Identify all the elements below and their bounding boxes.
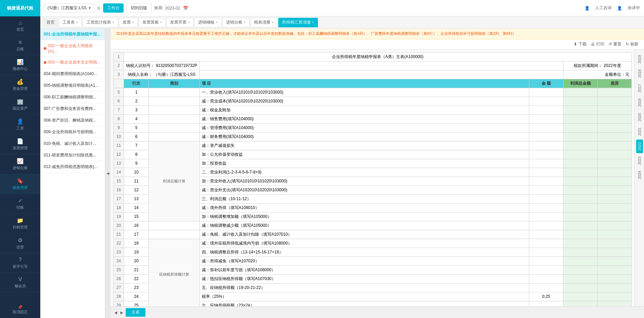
cell-e-27[interactable] — [563, 283, 598, 292]
cell-f-25[interactable] — [598, 265, 632, 274]
work-desk-button[interactable]: 工作台 — [103, 3, 124, 13]
reset-button[interactable]: ↺ 重置 — [608, 41, 621, 47]
cell-c-12[interactable]: 加：公允价值变动收益 — [199, 150, 529, 159]
cell-e-14[interactable] — [563, 168, 598, 177]
sidebar-item-sales[interactable]: 📈 进销台账 — [0, 154, 40, 174]
cell-d-11[interactable] — [529, 141, 563, 150]
collapse-toggle[interactable]: ◀ — [105, 29, 111, 318]
cell-e-11[interactable] — [563, 141, 598, 150]
cell-e-23[interactable] — [563, 248, 598, 257]
year-2017[interactable]: 2017 — [636, 81, 643, 95]
sidebar-item-home[interactable]: ⌂ 首页 — [0, 16, 40, 36]
cell-f-10[interactable] — [598, 132, 632, 141]
left-panel-item-004[interactable]: 004-期间费用明细表(A1040... — [40, 68, 105, 80]
sheet-nav-right[interactable]: ► — [120, 310, 124, 315]
cell-e-24[interactable] — [563, 257, 598, 265]
cell-d-10[interactable] — [529, 132, 563, 141]
year-2019[interactable]: 2019 — [636, 52, 643, 66]
cell-e-25[interactable] — [563, 265, 598, 274]
tab-close-invoice-open[interactable]: × — [188, 20, 190, 24]
cell-d-21[interactable] — [529, 230, 563, 239]
tab-payroll[interactable]: 工资表 × — [59, 18, 82, 27]
left-panel-item-006[interactable]: 006-职工薪酬纳税调整明细... — [40, 92, 105, 103]
cell-f-13[interactable] — [598, 159, 632, 168]
cell-e-29[interactable] — [563, 301, 598, 306]
cell-c-9[interactable]: 减：管理费用(填写A104000) — [199, 123, 529, 132]
cell-c-21[interactable]: 减：免税、减计收入及加计扣除（填写A107010） — [199, 230, 529, 239]
tab-close-tax-clear[interactable]: × — [272, 20, 274, 24]
print-button[interactable]: 🖨 打印 — [591, 41, 604, 47]
cell-b-7[interactable] — [149, 106, 199, 114]
cell-d-23[interactable] — [529, 248, 563, 257]
cell-f-19[interactable] — [598, 212, 632, 221]
cell-c-8[interactable]: 减：销售费用(填写A104000) — [199, 114, 529, 123]
sidebar-item-general-ledger[interactable]: ≡ 总账 — [0, 36, 40, 55]
tab-sales-check[interactable]: 进销稽核 × — [194, 18, 222, 27]
user-name[interactable]: 徐译华 — [628, 5, 640, 11]
year-2022[interactable]: 2022 — [636, 139, 643, 153]
cell-e-10[interactable] — [563, 132, 598, 141]
sidebar-item-invoice-mgmt[interactable]: 📄 发票管理 — [0, 135, 40, 154]
tab-invoice[interactable]: 发票 × — [119, 18, 138, 27]
left-panel-item-001[interactable]: 001-企业所得税年度纳税申报... — [40, 29, 105, 40]
left-panel-item-003[interactable]: 003-一般企业成本支出明细... — [40, 57, 105, 68]
sidebar-item-member[interactable]: V 畅会员 — [0, 273, 40, 292]
cell-d-6[interactable] — [529, 97, 563, 106]
cell-d-7[interactable] — [529, 106, 563, 114]
cell-a-24[interactable]: 20 — [124, 257, 149, 265]
cell-d-9[interactable] — [529, 123, 563, 132]
cell-c-5[interactable]: 一、营业收入(填写A101010\101020\103000) — [199, 88, 529, 97]
cell-a-21[interactable]: 17 — [124, 230, 149, 239]
cell-c-25[interactable]: 减：弥补以前年度亏损（填写A106000） — [199, 265, 529, 274]
tab-invoice-calc[interactable]: 发票算账 × — [139, 18, 166, 27]
cell-f-9[interactable] — [598, 123, 632, 132]
cell-f-28[interactable] — [598, 292, 632, 301]
cell-f-21[interactable] — [598, 230, 632, 239]
cell-a-22[interactable]: 18 — [124, 239, 149, 248]
sidebar-item-fund-mgmt[interactable]: 💰 资金管理 — [0, 75, 40, 95]
cell-c-14[interactable]: 二、营业利润(1-2-3-4-5-6-7-8+9) — [199, 168, 529, 177]
tab-close-invoice-calc[interactable]: × — [160, 20, 162, 24]
cell-a-18[interactable]: 14 — [124, 203, 149, 212]
refresh-button[interactable]: ↻ 刷新 — [626, 41, 639, 47]
cell-a-19[interactable]: 15 — [124, 212, 149, 221]
cell-a-14[interactable]: 10 — [124, 168, 149, 177]
cell-c-29[interactable]: 六、应纳所得税额（23×24） — [199, 301, 529, 306]
tab-invoice-open[interactable]: 发票开票 × — [166, 18, 194, 27]
cell-c-6[interactable]: 减：营业成本(填写A102010\102020\103000) — [199, 97, 529, 106]
tab-close-sales-ledger[interactable]: × — [244, 20, 246, 24]
cell-b-20[interactable] — [149, 221, 199, 230]
cell-f-29[interactable] — [598, 301, 632, 306]
cell-e-6[interactable] — [563, 97, 598, 106]
cell-a-25[interactable]: 21 — [124, 265, 149, 274]
cell-e-17[interactable] — [563, 194, 598, 203]
cell-f-20[interactable] — [598, 221, 632, 230]
year-2020[interactable]: 2020 — [636, 110, 643, 124]
cell-c-20[interactable]: 减：纳税调整减少额（填写A105000） — [199, 221, 529, 230]
left-panel-item-010[interactable]: 010-免税、减计收入及加计... — [40, 138, 105, 150]
cell-d-26[interactable] — [529, 274, 563, 283]
cell-f-5[interactable] — [598, 88, 632, 97]
left-panel-item-005[interactable]: 005-纳税调整项目明细表(A1... — [40, 80, 105, 92]
cell-e-21[interactable] — [563, 230, 598, 239]
switch-version-button[interactable]: 切到旧版 — [126, 3, 152, 13]
cell-d-8[interactable] — [529, 114, 563, 123]
tab-close-sales-check[interactable]: × — [216, 20, 218, 24]
cell-f-17[interactable] — [598, 194, 632, 203]
cell-b-8[interactable] — [149, 114, 199, 123]
tab-tax-clear[interactable]: 税表清册 × — [250, 18, 278, 27]
tab-sales-ledger[interactable]: 进销台账 × — [222, 18, 250, 27]
cell-a-17[interactable]: 13 — [124, 194, 149, 203]
cell-a-15[interactable]: 11 — [124, 177, 149, 185]
left-panel-item-011[interactable]: 011-研发费用加计扣除优惠... — [40, 150, 105, 161]
cell-e-5[interactable] — [563, 88, 598, 97]
cell-d-17[interactable] — [529, 194, 563, 203]
cell-b-21[interactable] — [149, 230, 199, 239]
year-2016[interactable]: 2016 — [636, 67, 643, 80]
cell-d-15[interactable] — [529, 177, 563, 185]
cell-f-12[interactable] — [598, 150, 632, 159]
download-button[interactable]: ⬇ 下载 — [574, 41, 587, 47]
sheet-tab-main[interactable]: 主表 — [126, 308, 145, 317]
cell-b-5[interactable] — [149, 88, 199, 97]
cell-a-27[interactable]: 23 — [124, 283, 149, 292]
